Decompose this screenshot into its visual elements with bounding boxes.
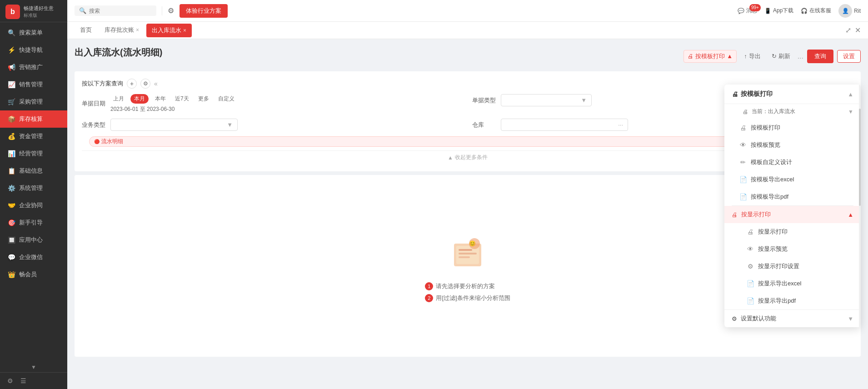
- crown-icon: 👑: [7, 271, 15, 278]
- tab-home[interactable]: 首页: [75, 23, 97, 38]
- sidebar-item-purchase[interactable]: 🛒 采购管理: [0, 93, 67, 110]
- svg-rect-2: [459, 249, 472, 251]
- sidebar-item-finance[interactable]: 💰 资金管理: [0, 128, 67, 145]
- filter-add-btn[interactable]: +: [127, 79, 137, 89]
- dropdown-item-display-excel[interactable]: 📄 按显示导出excel: [724, 275, 861, 292]
- sidebar-item-vip[interactable]: 👑 畅会员: [0, 266, 67, 283]
- sidebar-item-label: 基础信息: [19, 167, 43, 175]
- topbar-gear-icon[interactable]: ⚙: [168, 6, 174, 15]
- date-option-more[interactable]: 更多: [195, 94, 212, 104]
- dropdown-item-display-print[interactable]: 🖨 按显示打印: [724, 223, 861, 240]
- date-option-7days[interactable]: 近7天: [172, 94, 192, 104]
- megaphone-icon: 📢: [7, 64, 15, 71]
- sidebar-item-search[interactable]: 🔍 搜索菜单: [0, 24, 67, 41]
- settings-bottom-icon[interactable]: ⚙: [7, 377, 13, 384]
- sidebar-item-label: 库存核算: [19, 115, 43, 123]
- user-profile-btn[interactable]: 👤 Rit: [838, 4, 861, 18]
- date-option-thismonth[interactable]: 本月: [130, 94, 149, 104]
- date-label: 单据日期: [82, 100, 107, 108]
- tab-flow-close[interactable]: ×: [183, 27, 186, 34]
- doctype-arrow: ▼: [581, 97, 587, 104]
- businesstype-select[interactable]: ▼: [110, 119, 238, 131]
- dropdown-scrollbar-thumb: [859, 109, 861, 206]
- tab-flow[interactable]: 出入库流水 ×: [146, 24, 192, 37]
- sidebar-item-wechat[interactable]: 💬 企业微信: [0, 249, 67, 266]
- online-service-btn[interactable]: 🎧 在线客服: [801, 7, 831, 15]
- date-option-thisyear[interactable]: 本年: [152, 94, 169, 104]
- chevron-down-icon: ▼: [31, 364, 36, 370]
- date-option-custom[interactable]: 自定义: [215, 94, 237, 104]
- date-option-lastmonth[interactable]: 上月: [110, 94, 127, 104]
- refresh-btn[interactable]: ↻ 刷新: [768, 50, 794, 62]
- more-icon[interactable]: ...: [798, 52, 803, 60]
- tab-batch[interactable]: 库存批次账 ×: [99, 23, 145, 38]
- warehouse-select[interactable]: ···: [501, 119, 628, 131]
- svg-rect-3: [459, 253, 477, 254]
- topbar: 🔍 ⚙ 体验行业方案 💬 消息 99+ 📱 App下载 🎧 在线客服: [67, 0, 868, 22]
- tab-batch-close[interactable]: ×: [136, 27, 139, 33]
- display-excel-icon: 📄: [746, 280, 754, 287]
- doctype-select[interactable]: ▼: [501, 94, 592, 106]
- display-preview-label: 按显示预览: [758, 245, 788, 253]
- app-download-btn[interactable]: 📱 App下载: [764, 7, 793, 15]
- current-icon: 🖨: [743, 109, 748, 115]
- sidebar-item-basic[interactable]: 📋 基础信息: [0, 162, 67, 180]
- dropdown-item-template-print[interactable]: 🖨 按模板打印: [724, 119, 861, 136]
- sidebar-item-label: 采购管理: [19, 98, 43, 106]
- sidebar-scroll-down[interactable]: ▼: [0, 362, 67, 372]
- display-section-icon-group: 🖨 按显示打印: [732, 210, 771, 219]
- dropdown-section-display[interactable]: 🖨 按显示打印 ▲: [724, 206, 861, 223]
- dropdown-close-arrow[interactable]: ▲: [848, 91, 853, 98]
- close-window-icon[interactable]: ✕: [855, 26, 861, 35]
- dropdown-current-item[interactable]: 🖨 当前：出入库流水 ▼: [724, 104, 861, 119]
- tabs-window-controls: ⤢ ✕: [845, 26, 861, 35]
- filter-collapse-arrow[interactable]: «: [154, 80, 158, 87]
- messages-btn[interactable]: 💬 消息 99+: [738, 7, 757, 15]
- sidebar: b 畅捷通好生意 标准版 🔍 搜索菜单 ⚡ 快捷导航 📢 营销推广 📈: [0, 0, 67, 389]
- dropdown-item-template-excel[interactable]: 📄 按模板导出excel: [724, 171, 861, 188]
- menu-toggle-icon[interactable]: ☰: [20, 377, 26, 384]
- display-settings-icon: ⚙: [746, 263, 754, 270]
- topbar-search-box[interactable]: 🔍: [75, 5, 156, 16]
- export-btn[interactable]: ↑ 导出: [740, 50, 764, 62]
- sidebar-item-marketing[interactable]: 📢 营销推广: [0, 59, 67, 76]
- sidebar-item-system[interactable]: ⚙️ 系统管理: [0, 180, 67, 197]
- sidebar-item-label: 资金管理: [19, 132, 43, 140]
- dropdown-item-display-settings[interactable]: ⚙ 按显示打印设置: [724, 258, 861, 275]
- dropdown-item-template-customize[interactable]: ✏ 模板自定义设计: [724, 154, 861, 171]
- dropdown-footer[interactable]: ⚙ 设置默认功能 ▼: [724, 309, 861, 327]
- topbar-right: 💬 消息 99+ 📱 App下载 🎧 在线客服 👤 Rit: [738, 4, 861, 18]
- refresh-label: 刷新: [778, 52, 790, 60]
- dropdown-item-template-pdf[interactable]: 📄 按模板导出pdf: [724, 188, 861, 205]
- sidebar-item-quicknav[interactable]: ⚡ 快捷导航: [0, 41, 67, 59]
- print-icon: 🖨: [688, 53, 693, 60]
- display-print-icon: 🖨: [746, 228, 754, 235]
- refresh-icon: ↻: [772, 53, 777, 60]
- date-options: 上月 本月 本年 近7天 更多 自定义: [110, 94, 237, 104]
- collapse-up-icon: ▲: [448, 155, 453, 161]
- sidebar-item-inventory[interactable]: 📦 库存核算: [0, 110, 67, 128]
- dropdown-item-display-pdf[interactable]: 📄 按显示导出pdf: [724, 292, 861, 309]
- industry-btn[interactable]: 体验行业方案: [180, 4, 228, 18]
- maximize-icon[interactable]: ⤢: [845, 26, 851, 35]
- sidebar-item-sales[interactable]: 📈 销售管理: [0, 76, 67, 93]
- print-template-btn[interactable]: 🖨 按模板打印 ▲: [683, 50, 737, 63]
- dropdown-item-template-preview[interactable]: 👁 按模板预览: [724, 136, 861, 154]
- query-btn[interactable]: 查询: [807, 50, 833, 63]
- sidebar-item-operation[interactable]: 📊 经营管理: [0, 145, 67, 162]
- clipboard-icon: 📋: [7, 167, 15, 175]
- sidebar-item-appstore[interactable]: 🔲 应用中心: [0, 231, 67, 249]
- sidebar-item-newbie[interactable]: 🎯 新手引导: [0, 214, 67, 231]
- filter-settings-btn[interactable]: ⚙: [140, 79, 150, 89]
- grid-icon: 🔲: [7, 236, 15, 244]
- print-dropdown-panel: 🖨 按模板打印 ▲ 🖨 当前：出入库流水 ▼ 🖨 按模板打印: [724, 85, 861, 327]
- search-input[interactable]: [89, 8, 144, 14]
- sidebar-item-corp[interactable]: 🤝 企业协同: [0, 197, 67, 214]
- dropdown-title: 🖨 按模板打印: [732, 90, 773, 98]
- dropdown-scrollbar[interactable]: [859, 85, 861, 327]
- display-excel-label: 按显示导出excel: [758, 279, 801, 288]
- settings-btn[interactable]: 设置: [837, 50, 861, 63]
- page-toolbar: 🖨 按模板打印 ▲ ↑ 导出 ↻ 刷新 ... 查询 设置: [683, 50, 861, 63]
- tab-batch-label: 库存批次账: [105, 26, 134, 34]
- dropdown-item-display-preview[interactable]: 👁 按显示预览: [724, 240, 861, 258]
